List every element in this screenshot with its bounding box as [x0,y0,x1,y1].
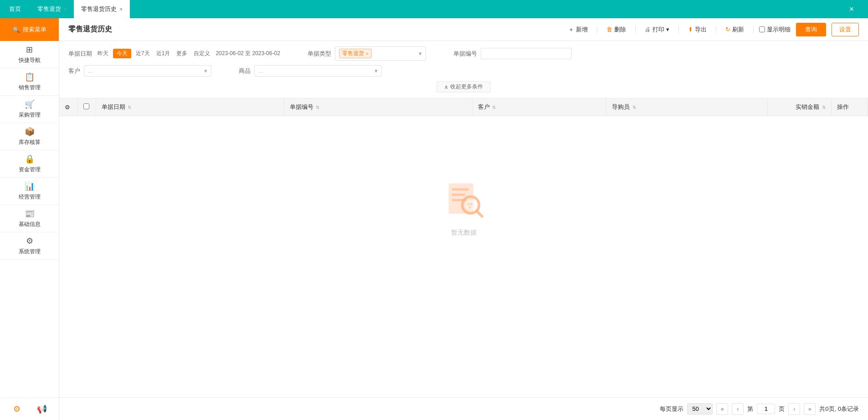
type-select-chevron: ▾ [419,50,422,57]
page-next-button[interactable]: › [788,403,800,415]
sidebar-item-quick-nav[interactable]: ⊞ 快捷导航 [0,41,59,68]
sidebar-item-sys-mgmt[interactable]: ⚙ 系统管理 [0,232,59,260]
svg-rect-1 [452,188,469,190]
show-detail-checkbox[interactable]: 显示明细 [759,26,791,34]
date-filter: 单据日期 昨天 今天 近7天 近1月 更多 自定义 2023-06-02 至 2… [68,49,280,58]
sidebar-settings-button[interactable]: ⚙ [10,402,24,416]
page-label: 页 [779,405,785,413]
page-prev-button[interactable]: ‹ [732,403,744,415]
sidebar-item-base-info[interactable]: 📰 基础信息 [0,205,59,232]
sidebar-item-quick-nav-label: 快捷导航 [19,56,41,64]
print-dropdown-icon: ▾ [666,26,669,33]
delete-icon: 🗑 [606,26,612,33]
date-opt-7days[interactable]: 近7天 [134,49,152,58]
empty-text: 暂无数据 [451,229,477,237]
sidebar-item-purchase-mgmt[interactable]: 🛒 采购管理 [0,96,59,123]
th-checkbox[interactable] [77,98,96,116]
sidebar: 🔍 搜索菜单 ⊞ 快捷导航 📋 销售管理 🛒 采购管理 📦 库存核算 🔒 资金管… [0,18,59,420]
sidebar-item-purchase-mgmt-label: 采购管理 [19,111,41,119]
window-close-button[interactable]: × [842,0,861,18]
settings-gear-icon[interactable]: ⚙ [65,104,70,111]
date-opt-more[interactable]: 更多 [175,49,189,58]
voucher-sort-icon: ⇅ [316,105,319,110]
th-voucher-no-label: 单据编号 [290,103,313,110]
tab-home[interactable]: 首页 [0,5,30,13]
refresh-button[interactable]: ↻ 刷新 [722,24,748,36]
customer-select[interactable]: ... ▾ [84,65,211,77]
date-opt-custom[interactable]: 自定义 [192,49,212,58]
search-icon: 🔍 [13,26,20,33]
divider-5 [753,26,754,33]
show-detail-input[interactable] [759,26,765,32]
sidebar-item-sales-mgmt[interactable]: 📋 销售管理 [0,68,59,96]
page-last-button[interactable]: » [804,403,816,415]
customer-filter-label: 客户 [68,67,80,75]
svg-line-6 [477,211,482,216]
th-guide-label: 导购员 [612,103,630,110]
th-voucher-no[interactable]: 单据编号 ⇅ [284,98,472,116]
select-all-checkbox[interactable] [83,103,89,109]
header-actions: ＋ 新增 🗑 删除 🖨 打印 ▾ ⬆ 导出 [565,23,859,36]
tab-retail-return-history-label: 零售退货历史 [81,5,117,13]
base-info-icon: 📰 [25,209,35,219]
page-size-select[interactable]: 20 50 100 [687,403,713,415]
date-opt-yesterday[interactable]: 昨天 [96,49,110,58]
add-button[interactable]: ＋ 新增 [565,24,591,36]
sidebar-search[interactable]: 🔍 搜索菜单 [0,18,59,41]
th-action-label: 操作 [837,103,849,110]
date-opt-1month[interactable]: 近1月 [154,49,172,58]
sidebar-item-ops-mgmt[interactable]: 📊 经营管理 [0,178,59,205]
sidebar-item-sys-mgmt-label: 系统管理 [19,248,41,256]
product-chevron-icon: ▾ [375,67,378,74]
export-label: 导出 [695,26,707,34]
page-first-button[interactable]: « [716,403,728,415]
export-button[interactable]: ⬆ 导出 [684,24,710,36]
sidebar-item-inventory[interactable]: 📦 库存核算 [0,123,59,150]
type-filter: 单据类型 零售退货 × ▾ [308,46,426,61]
th-amount[interactable]: 实销金额 ⇅ [768,98,832,116]
add-label: 新增 [576,26,588,34]
sidebar-bottom: ⚙ 📢 [0,397,59,420]
type-tag-close[interactable]: × [366,51,369,56]
collapse-button[interactable]: ∧ 收起更多条件 [437,81,491,92]
th-guide[interactable]: 导购员 ⇅ [606,98,768,116]
filter-row-2: 客户 ... ▾ 商品 ... ▾ [68,65,859,77]
type-select-inner: 零售退货 × [339,49,372,58]
th-customer[interactable]: 客户 ⇅ [472,98,606,116]
voucher-input[interactable] [481,48,572,59]
refresh-label: 刷新 [732,26,744,34]
page-title: 零售退货历史 [68,25,565,34]
setting-button[interactable]: 设置 [832,23,859,36]
th-date[interactable]: 单据日期 ⇅ [96,98,284,116]
tab-retail-return[interactable]: 零售退货 × [30,0,74,18]
sidebar-item-sales-mgmt-label: 销售管理 [19,84,41,92]
empty-state: 暂无数据 [59,116,868,298]
tab-retail-return-history-close[interactable]: × [119,6,122,12]
date-options: 昨天 今天 近7天 近1月 更多 自定义 [96,49,212,58]
date-opt-today[interactable]: 今天 [113,49,131,58]
sidebar-item-finance[interactable]: 🔒 资金管理 [0,150,59,178]
th-settings[interactable]: ⚙ [59,98,77,116]
product-select[interactable]: ... ▾ [254,65,382,77]
sidebar-item-base-info-label: 基础信息 [19,220,41,228]
top-bar: 首页 零售退货 × 零售退货历史 × × [0,0,868,18]
type-select[interactable]: 零售退货 × ▾ [335,46,426,61]
voucher-filter: 单据编号 [453,48,572,59]
page-number-input[interactable] [757,404,775,414]
print-icon: 🖨 [645,26,651,33]
delete-button[interactable]: 🗑 删除 [603,24,630,36]
sidebar-speaker-button[interactable]: 📢 [35,402,49,416]
type-tag-label: 零售退货 [342,50,364,57]
filter-area: 单据日期 昨天 今天 近7天 近1月 更多 自定义 2023-06-02 至 2… [59,41,868,98]
tab-retail-return-history[interactable]: 零售退货历史 × [74,0,129,18]
sys-icon: ⚙ [26,236,33,246]
amount-sort-icon: ⇅ [822,105,826,110]
delete-label: 删除 [614,26,626,34]
query-button[interactable]: 查询 [796,23,826,36]
print-button[interactable]: 🖨 打印 ▾ [641,24,673,36]
refresh-icon: ↻ [725,26,730,33]
svg-point-8 [470,203,473,205]
tab-retail-return-label: 零售退货 [37,5,61,13]
quick-nav-icon: ⊞ [26,45,33,55]
tab-retail-return-close[interactable]: × [64,6,67,12]
